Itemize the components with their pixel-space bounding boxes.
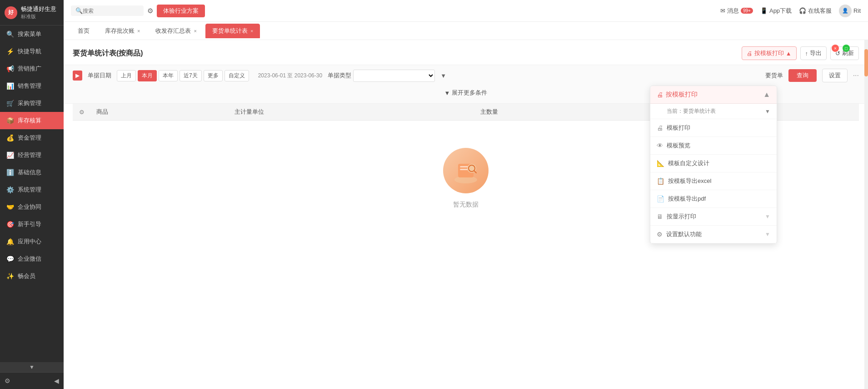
sidebar-item-member[interactable]: ✨畅会员 <box>0 268 64 285</box>
empty-text: 暂无数据 <box>453 201 479 209</box>
date-range: 2023-06-01 至 2023-06-30 <box>258 72 322 80</box>
nav-label-purchase: 采购管理 <box>18 99 41 107</box>
sidebar-item-sales[interactable]: 📊销售管理 <box>0 77 64 95</box>
date-btn-prev-month[interactable]: 上月 <box>117 70 136 81</box>
nav-icon-member: ✨ <box>6 273 14 280</box>
sidebar-item-quick-nav[interactable]: ⚡快捷导航 <box>0 43 64 60</box>
query-button[interactable]: 查询 <box>788 69 817 82</box>
tab-order-stats[interactable]: 要货单统计表× <box>205 24 260 38</box>
dropdown-title-label: 按模板打印 <box>666 91 698 99</box>
print-template-button[interactable]: 🖨 按模板打印 ▲ <box>742 46 797 60</box>
window-maximize-button[interactable]: □ <box>843 45 850 52</box>
export-button[interactable]: ↑ 导出 <box>800 46 827 60</box>
tab-close-order-stats[interactable]: × <box>250 28 253 34</box>
date-btn-custom[interactable]: 自定义 <box>224 70 249 81</box>
tab-label-home: 首页 <box>78 27 90 35</box>
sidebar-item-system[interactable]: ⚙️系统管理 <box>0 181 64 198</box>
window-close-button[interactable]: × <box>832 45 839 52</box>
sidebar-item-basic[interactable]: ℹ️基础信息 <box>0 164 64 181</box>
sidebar-item-purchase[interactable]: 🛒采购管理 <box>0 95 64 112</box>
tab-close-inventory-batch[interactable]: × <box>137 28 140 34</box>
dropdown-item-left-template-preview: 👁 模板预览 <box>657 141 690 150</box>
app-download-item[interactable]: 📱 App下载 <box>760 7 792 15</box>
tab-home[interactable]: 首页 <box>71 24 96 38</box>
export-icon: ↑ <box>805 50 808 57</box>
print-template-label: 按模板打印 <box>754 49 784 57</box>
nav-icon-inventory: 📦 <box>6 117 14 124</box>
order-type-select[interactable] <box>353 70 435 82</box>
user-item[interactable]: 👤 Rit <box>839 5 861 17</box>
dropdown-item-template-print[interactable]: 🖨 模板打印 <box>650 119 777 137</box>
nav-label-operation: 经营管理 <box>18 151 41 159</box>
search-input[interactable] <box>83 8 128 14</box>
collapse-button[interactable]: ◀ <box>54 377 59 384</box>
gear-icon[interactable]: ⚙ <box>147 7 153 15</box>
tab-label-collect-summary: 收发存汇总表 <box>155 27 191 35</box>
online-service-label: 在线客服 <box>808 7 832 15</box>
dropdown-item-left-template-export-pdf: 📄 按模板导出pdf <box>657 195 706 203</box>
tab-close-collect-summary[interactable]: × <box>194 28 196 34</box>
tab-collect-summary[interactable]: 收发存汇总表× <box>149 24 203 38</box>
sidebar-item-operation[interactable]: 📈经营管理 <box>0 147 64 164</box>
sidebar-item-collab[interactable]: 🤝企业协同 <box>0 198 64 216</box>
date-btn-this-month[interactable]: 本月 <box>138 70 157 81</box>
tab-inventory-batch[interactable]: 库存批次账× <box>98 24 147 38</box>
page-content: 要货单统计表(按商品) 🖨 按模板打印 ▲ ↑ 导出 ↺ 刷新 <box>64 40 868 389</box>
nav-label-search: 搜索菜单 <box>18 30 41 38</box>
dropdown-item-icon-template-preview: 👁 <box>657 142 663 149</box>
window-controls: × □ <box>832 45 850 52</box>
sidebar-nav: 🔍搜索菜单⚡快捷导航📢营销推广📊销售管理🛒采购管理📦库存核算💰资金管理📈经营管理… <box>0 25 64 362</box>
trial-button[interactable]: 体验行业方案 <box>157 5 205 17</box>
dropdown-items: 🖨 模板打印 👁 模板预览 📐 模板自定义设计 📋 按模板导出excel 📄 按… <box>650 119 777 243</box>
scroll-indicator[interactable] <box>864 40 868 389</box>
dropdown-panel: 🖨 按模板打印 ▲ 当前：要货单统计表 ▼ 🖨 模板打印 👁 模板预览 📐 模 <box>650 86 777 244</box>
dropdown-item-icon-template-export-excel: 📋 <box>657 177 664 185</box>
more-options-icon[interactable]: ··· <box>853 71 859 80</box>
dropdown-item-label-template-export-pdf: 按模板导出pdf <box>668 195 706 203</box>
date-btn-7days[interactable]: 近7天 <box>180 70 202 81</box>
empty-icon <box>443 148 489 193</box>
date-btn-this-year[interactable]: 本年 <box>159 70 178 81</box>
nav-icon-guide: 🎯 <box>6 221 14 228</box>
dropdown-item-left-default-func: ⚙ 设置默认功能 <box>657 230 702 238</box>
topbar-search-box[interactable]: 🔍 <box>71 5 144 16</box>
online-service-item[interactable]: 🎧 在线客服 <box>799 7 832 15</box>
col-unit-header: 主计量单位 <box>229 104 475 121</box>
dropdown-close-button[interactable]: ▲ <box>763 91 770 99</box>
date-btn-more[interactable]: 更多 <box>204 70 223 81</box>
message-icon: ✉ <box>720 7 725 14</box>
sidebar-item-guide[interactable]: 🎯新手引导 <box>0 216 64 233</box>
dropdown-item-label-template-custom: 模板自定义设计 <box>668 159 709 167</box>
sidebar-item-search[interactable]: 🔍搜索菜单 <box>0 25 64 43</box>
message-item[interactable]: ✉ 消息 99+ <box>720 7 753 15</box>
sidebar-scroll-down[interactable]: ▼ <box>0 362 64 372</box>
sidebar-item-marketing[interactable]: 📢营销推广 <box>0 60 64 77</box>
dropdown-title: 🖨 按模板打印 <box>657 91 698 99</box>
gear-col-icon[interactable]: ⚙ <box>79 109 85 116</box>
service-icon: 🎧 <box>799 7 806 14</box>
dropdown-item-template-export-pdf[interactable]: 📄 按模板导出pdf <box>650 190 777 208</box>
expand-label: 展开更多条件 <box>452 89 487 97</box>
expand-icon: ▼ <box>444 90 450 96</box>
app-download-icon: 📱 <box>760 7 768 14</box>
filter-toggle[interactable]: ▶ <box>73 71 82 81</box>
logo-icon: 好 <box>5 6 17 19</box>
sidebar-item-inventory[interactable]: 📦库存核算 <box>0 112 64 129</box>
nav-icon-purchase: 🛒 <box>6 100 14 107</box>
settings-button[interactable]: ⚙ <box>5 377 10 384</box>
nav-label-member: 畅会员 <box>18 272 35 280</box>
dropdown-item-label-default-func: 设置默认功能 <box>666 230 702 238</box>
tab-label-order-stats: 要货单统计表 <box>212 27 248 35</box>
sidebar-item-apps[interactable]: 🔔应用中心 <box>0 233 64 250</box>
app-download-label: App下载 <box>769 7 792 15</box>
order-type-label: 单据类型 <box>328 71 351 80</box>
dropdown-item-default-func[interactable]: ⚙ 设置默认功能 ▼ <box>650 226 777 243</box>
dropdown-item-template-custom[interactable]: 📐 模板自定义设计 <box>650 155 777 172</box>
dropdown-item-template-preview[interactable]: 👁 模板预览 <box>650 137 777 155</box>
tabs-bar: 首页库存批次账×收发存汇总表×要货单统计表× <box>64 22 868 40</box>
sidebar-item-wechat[interactable]: 💬企业微信 <box>0 250 64 268</box>
dropdown-item-display-print[interactable]: 🖥 按显示打印 ▼ <box>650 208 777 226</box>
settings-filter-button[interactable]: 设置 <box>822 69 848 82</box>
sidebar-item-finance[interactable]: 💰资金管理 <box>0 129 64 147</box>
dropdown-item-template-export-excel[interactable]: 📋 按模板导出excel <box>650 172 777 190</box>
